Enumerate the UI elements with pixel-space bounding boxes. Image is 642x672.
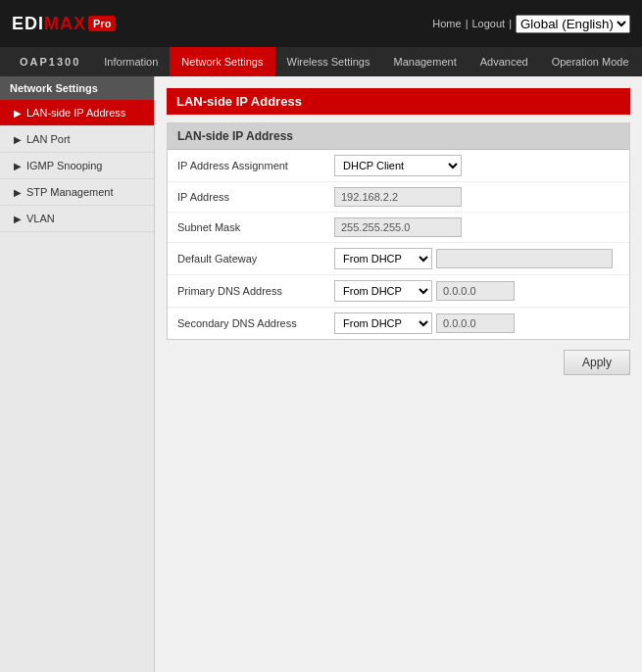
field-value-primary-dns: From DHCP Manual	[334, 280, 515, 302]
language-select[interactable]: Global (English)	[516, 15, 630, 33]
field-value-secondary-dns: From DHCP Manual	[334, 312, 515, 334]
secondary-dns-select[interactable]: From DHCP Manual	[334, 312, 432, 334]
field-value-subnet-mask	[334, 217, 462, 237]
sidebar-arrow-icon4: ▶	[14, 187, 22, 198]
nav-item-management[interactable]: Management	[381, 47, 468, 76]
default-gateway-input[interactable]	[436, 249, 613, 268]
default-gateway-select[interactable]: From DHCP Manual	[334, 248, 432, 269]
sidebar-item-label: VLAN	[26, 213, 55, 224]
logo-area: EDIMAX Pro	[12, 14, 116, 34]
header-right: Home | Logout | Global (English)	[432, 15, 630, 33]
subnet-mask-input[interactable]	[334, 217, 462, 237]
sidebar-item-igmp-snooping[interactable]: ▶ IGMP Snooping	[0, 153, 154, 179]
field-label-default-gateway: Default Gateway	[177, 253, 334, 264]
field-value-ip-address	[334, 187, 462, 207]
nav-item-advanced[interactable]: Advanced	[469, 47, 540, 76]
sidebar-section-title: Network Settings	[0, 76, 154, 100]
page-title: LAN-side IP Address	[167, 88, 630, 115]
content-area: LAN-side IP Address LAN-side IP Address …	[155, 76, 642, 672]
field-label-secondary-dns: Secondary DNS Address	[177, 317, 334, 329]
logo-pro: Pro	[88, 16, 116, 31]
sidebar-item-lan-port[interactable]: ▶ LAN Port	[0, 126, 154, 153]
field-row-ip-address: IP Address	[168, 182, 629, 213]
apply-btn-row: Apply	[167, 340, 630, 379]
separator2: |	[509, 18, 512, 29]
field-label-primary-dns: Primary DNS Address	[177, 285, 334, 297]
logout-link[interactable]: Logout	[471, 18, 505, 29]
device-label: OAP1300	[8, 56, 92, 68]
sidebar-item-label: LAN-side IP Address	[26, 107, 125, 119]
sidebar-arrow-icon3: ▶	[14, 161, 22, 171]
ip-assignment-select[interactable]: DHCP Client Static IP	[334, 155, 462, 176]
main-layout: Network Settings ▶ LAN-side IP Address ▶…	[0, 76, 642, 672]
sidebar-item-vlan[interactable]: ▶ VLAN	[0, 206, 154, 232]
top-nav: OAP1300 Information Network Settings Wir…	[0, 47, 642, 76]
form-panel: LAN-side IP Address IP Address Assignmen…	[167, 122, 630, 340]
sidebar-item-stp-management[interactable]: ▶ STP Management	[0, 179, 154, 206]
field-row-ip-assignment: IP Address Assignment DHCP Client Static…	[168, 150, 629, 182]
nav-item-operation-mode[interactable]: Operation Mode	[540, 47, 641, 76]
separator1: |	[466, 18, 469, 29]
field-row-secondary-dns: Secondary DNS Address From DHCP Manual	[168, 308, 629, 339]
field-label-ip-assignment: IP Address Assignment	[177, 160, 334, 171]
primary-dns-select[interactable]: From DHCP Manual	[334, 280, 432, 302]
form-panel-title: LAN-side IP Address	[168, 123, 629, 150]
field-value-ip-assignment: DHCP Client Static IP	[334, 155, 462, 176]
sidebar-item-label: IGMP Snooping	[26, 160, 102, 171]
home-link[interactable]: Home	[432, 18, 461, 29]
apply-button[interactable]: Apply	[564, 350, 630, 375]
logo-edimax: EDIMAX	[12, 14, 86, 34]
sidebar-item-label: LAN Port	[26, 133, 71, 145]
sidebar-item-lan-side-ip[interactable]: ▶ LAN-side IP Address	[0, 100, 154, 126]
sidebar-arrow-icon5: ▶	[14, 214, 22, 224]
ip-address-input[interactable]	[334, 187, 462, 207]
field-row-subnet-mask: Subnet Mask	[168, 213, 629, 243]
field-label-subnet-mask: Subnet Mask	[177, 221, 334, 233]
header: EDIMAX Pro Home | Logout | Global (Engli…	[0, 0, 642, 47]
field-row-default-gateway: Default Gateway From DHCP Manual	[168, 243, 629, 275]
nav-item-network-settings[interactable]: Network Settings	[170, 47, 274, 76]
field-value-default-gateway: From DHCP Manual	[334, 248, 613, 269]
sidebar-arrow-icon2: ▶	[14, 134, 22, 145]
field-row-primary-dns: Primary DNS Address From DHCP Manual	[168, 275, 629, 308]
sidebar: Network Settings ▶ LAN-side IP Address ▶…	[0, 76, 155, 672]
nav-item-wireless-settings[interactable]: Wireless Settings	[275, 47, 382, 76]
secondary-dns-input[interactable]	[436, 313, 515, 333]
field-label-ip-address: IP Address	[177, 191, 334, 203]
nav-item-information[interactable]: Information	[92, 47, 170, 76]
primary-dns-input[interactable]	[436, 281, 515, 301]
sidebar-arrow-icon: ▶	[14, 108, 22, 119]
sidebar-item-label: STP Management	[26, 186, 113, 198]
